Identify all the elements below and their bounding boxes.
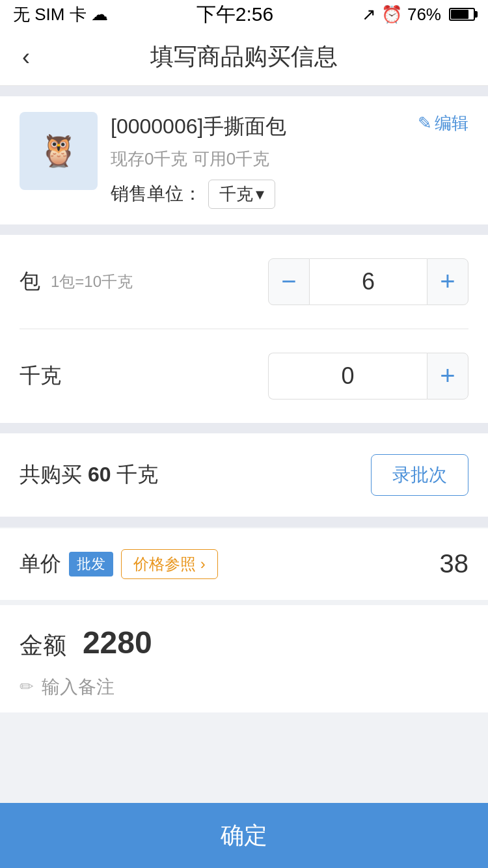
kg-text: 千克 — [20, 362, 61, 390]
total-prefix: 共购买 — [20, 463, 82, 486]
status-time: 下午2:56 — [197, 1, 273, 28]
top-divider — [0, 86, 488, 96]
amount-value: 2280 — [83, 625, 152, 660]
kg-quantity-input[interactable] — [268, 353, 427, 400]
quantity-section: 包 1包=10千克 − + 千克 + — [0, 235, 488, 423]
amount-row: 金额 2280 — [20, 625, 468, 662]
unit-label: 销售单位： — [111, 182, 202, 206]
price-type-tag: 批发 — [69, 552, 113, 576]
battery-percent: 76% — [407, 5, 441, 25]
bao-plus-button[interactable]: + — [427, 258, 468, 305]
price-label-group: 单价 批发 价格参照 › — [20, 549, 218, 579]
product-unit-row: 销售单位： 千克 ▾ — [111, 180, 468, 209]
nav-bar: ‹ 填写商品购买信息 — [0, 29, 488, 86]
page-title: 填写商品购买信息 — [150, 41, 338, 73]
total-row: 共购买 60 千克 录批次 — [0, 433, 488, 517]
product-name: [0000006]手撕面包 — [111, 112, 468, 141]
bao-text: 包 — [20, 267, 40, 296]
note-label: 输入备注 — [42, 675, 115, 699]
battery-icon — [449, 8, 475, 21]
location-icon: ↗ — [362, 5, 376, 25]
no-sim-label: 无 SIM 卡 ☁ — [13, 3, 108, 26]
total-text: 共购买 60 千克 — [20, 461, 158, 489]
back-button[interactable]: ‹ — [16, 37, 36, 77]
bao-hint: 1包=10千克 — [51, 271, 133, 292]
bao-quantity-row: 包 1包=10千克 − + — [20, 235, 468, 329]
bao-label: 包 1包=10千克 — [20, 267, 133, 296]
kg-quantity-control: + — [268, 353, 468, 400]
status-left: 无 SIM 卡 ☁ — [13, 3, 108, 26]
bao-quantity-control: − + — [268, 258, 468, 305]
edit-icon: ✎ — [418, 113, 432, 133]
status-right: ↗ ⏰ 76% — [362, 5, 475, 25]
mid-divider-1 — [0, 224, 488, 235]
price-reference-button[interactable]: 价格参照 › — [121, 549, 218, 579]
edit-label: 编辑 — [435, 112, 468, 135]
batch-button[interactable]: 录批次 — [371, 454, 468, 496]
bao-quantity-input[interactable] — [310, 258, 427, 305]
price-label-text: 单价 — [20, 550, 61, 578]
price-value: 38 — [440, 549, 469, 578]
price-section: 单价 批发 价格参照 › 38 — [0, 528, 488, 600]
kg-quantity-row: 千克 + — [20, 329, 468, 423]
total-amount: 60 — [88, 463, 116, 486]
pencil-icon: ✏ — [20, 677, 34, 697]
amount-label: 金额 — [20, 632, 66, 658]
mid-divider-2 — [0, 423, 488, 433]
status-bar: 无 SIM 卡 ☁ 下午2:56 ↗ ⏰ 76% — [0, 0, 488, 29]
product-info: [0000006]手撕面包 现存0千克 可用0千克 销售单位： 千克 ▾ — [111, 112, 468, 209]
amount-note-row[interactable]: ✏ 输入备注 — [20, 675, 468, 699]
mid-divider-3 — [0, 517, 488, 527]
product-stock: 现存0千克 可用0千克 — [111, 148, 468, 170]
product-thumbnail-icon: 🦉 — [39, 133, 78, 169]
unit-select[interactable]: 千克 ▾ — [208, 180, 275, 209]
product-image: 🦉 — [20, 112, 98, 190]
kg-label: 千克 — [20, 362, 61, 390]
amount-section: 金额 2280 ✏ 输入备注 — [0, 600, 488, 712]
back-icon: ‹ — [22, 44, 30, 70]
bao-minus-button[interactable]: − — [268, 258, 310, 305]
unit-value: 千克 — [219, 183, 253, 206]
confirm-bar[interactable]: 确定 — [0, 803, 488, 868]
dropdown-arrow-icon: ▾ — [256, 184, 264, 204]
edit-button[interactable]: ✎ 编辑 — [418, 112, 468, 135]
confirm-text: 确定 — [221, 820, 267, 852]
total-unit: 千克 — [116, 463, 158, 486]
kg-plus-button[interactable]: + — [427, 353, 468, 400]
alarm-icon: ⏰ — [381, 5, 402, 25]
product-card: 🦉 [0000006]手撕面包 现存0千克 可用0千克 销售单位： 千克 ▾ ✎… — [0, 96, 488, 224]
